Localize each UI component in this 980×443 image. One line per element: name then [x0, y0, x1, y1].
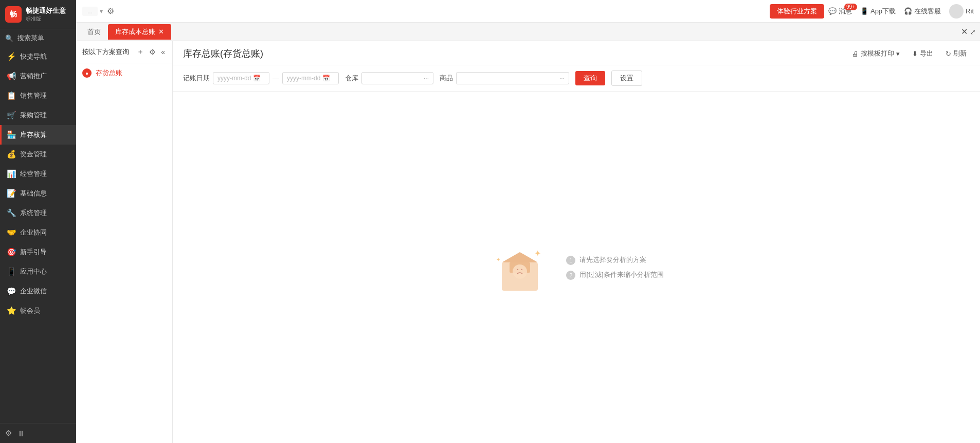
- tab-inventory-ledger[interactable]: 库存成本总账 ✕: [108, 24, 171, 40]
- online-service-item[interactable]: 🎧 在线客服: [904, 7, 941, 16]
- topbar-right: 💬 消息 99+ 📱 App下载 🎧 在线客服 Rit: [828, 4, 974, 19]
- page-title: 库存总账(存货总账): [183, 47, 263, 60]
- phone-icon: 📱: [860, 7, 868, 15]
- filter-header: 按以下方案查询 ＋ ⚙ «: [76, 41, 172, 63]
- goods-group: 商品 ···: [440, 72, 569, 84]
- empty-illustration: ✦ ✦: [489, 237, 551, 298]
- settings-button[interactable]: 设置: [611, 70, 642, 86]
- page-header-actions: 🖨 按模板打印 ▾ ⬇ 导出 ↻ 刷新: [849, 47, 970, 60]
- sidebar-item-enterprise[interactable]: 🤝 企业协同: [0, 223, 76, 242]
- date-label: 记账日期: [183, 74, 210, 83]
- date-start-input[interactable]: yyyy-mm-dd 📅: [213, 72, 269, 84]
- tab-close-button[interactable]: ✕: [158, 28, 164, 36]
- search-icon: 🔍: [5, 34, 13, 42]
- sidebar-item-newbie[interactable]: 🎯 新手引导: [0, 242, 76, 262]
- warehouse-more-icon[interactable]: ···: [424, 75, 429, 82]
- main-area: ... ▾ ⚙ 体验行业方案 💬 消息 99+ 📱 App下载 🎧 在线客服 R…: [76, 0, 980, 443]
- refresh-icon: ↻: [946, 50, 951, 58]
- refresh-button[interactable]: ↻ 刷新: [942, 47, 970, 60]
- breadcrumb-text: ...: [82, 7, 98, 16]
- warehouse-input[interactable]: ···: [361, 72, 433, 84]
- filter-dot-icon: ●: [82, 68, 92, 78]
- quick-nav-icon: ⚡: [7, 52, 16, 61]
- sidebar-audio-btn[interactable]: ⏸: [17, 429, 25, 438]
- date-end-input[interactable]: yyyy-mm-dd 📅: [282, 72, 339, 84]
- newbie-icon: 🎯: [7, 247, 16, 257]
- warehouse-group: 仓库 ···: [345, 72, 433, 84]
- user-area[interactable]: Rit: [949, 4, 974, 19]
- sidebar-item-funds[interactable]: 💰 资金管理: [0, 145, 76, 164]
- export-button[interactable]: ⬇ 导出: [909, 47, 936, 60]
- sidebar-item-app-center[interactable]: 📱 应用中心: [0, 262, 76, 281]
- message-badge: 99+: [844, 4, 857, 10]
- sidebar-item-purchase[interactable]: 🛒 采购管理: [0, 105, 76, 125]
- sidebar-item-system[interactable]: 🔧 系统管理: [0, 203, 76, 223]
- date-separator: —: [273, 75, 279, 82]
- empty-tip-2: 2 用[过滤]条件来缩小分析范围: [566, 270, 663, 280]
- panel-close-button[interactable]: ✕: [961, 27, 968, 37]
- sidebar-item-business[interactable]: 📊 经营管理: [0, 164, 76, 184]
- logo-icon: 畅: [5, 6, 22, 23]
- svg-text:✦: ✦: [496, 257, 500, 262]
- topbar-gear-icon[interactable]: ⚙: [105, 4, 116, 18]
- topbar: ... ▾ ⚙ 体验行业方案 💬 消息 99+ 📱 App下载 🎧 在线客服 R…: [76, 0, 980, 23]
- goods-more-icon[interactable]: ···: [559, 75, 565, 82]
- sidebar-settings-btn[interactable]: ⚙: [5, 429, 12, 438]
- filter-panel: 按以下方案查询 ＋ ⚙ « ● 存货总账: [76, 41, 173, 443]
- headset-icon: 🎧: [904, 7, 912, 15]
- breadcrumb: ... ▾ ⚙: [82, 4, 766, 18]
- goods-label: 商品: [440, 74, 453, 83]
- print-icon: 🖨: [852, 50, 859, 58]
- print-button[interactable]: 🖨 按模板打印 ▾: [849, 47, 903, 60]
- sidebar-footer: ⚙ ⏸: [0, 423, 76, 443]
- sidebar-item-quick-nav[interactable]: ⚡ 快捷导航: [0, 47, 76, 66]
- date-group: 记账日期 yyyy-mm-dd 📅 — yyyy-mm-dd 📅: [183, 72, 339, 84]
- tabbar: 首页 库存成本总账 ✕ ✕ ⤢: [76, 23, 980, 41]
- message-icon: 💬: [828, 7, 837, 15]
- membership-icon: ⭐: [7, 306, 16, 315]
- export-icon: ⬇: [912, 50, 918, 58]
- enterprise-icon: 🤝: [7, 228, 16, 237]
- sidebar-item-wechat[interactable]: 💬 企业微信: [0, 281, 76, 301]
- empty-state: ✦ ✦ 1 请先选择要分析的方案 2 用[过滤]条件来缩小分析范围: [173, 92, 980, 443]
- app-center-icon: 📱: [7, 267, 16, 276]
- app-download-item[interactable]: 📱 App下载: [860, 7, 896, 16]
- calendar-end-icon[interactable]: 📅: [322, 75, 330, 82]
- svg-marker-1: [502, 252, 538, 262]
- inventory-icon: 🏪: [7, 130, 16, 139]
- sidebar-item-marketing[interactable]: 📢 营销推广: [0, 66, 76, 86]
- svg-text:✦: ✦: [534, 249, 541, 258]
- tip-number-1: 1: [566, 256, 575, 265]
- filter-settings-button[interactable]: ⚙: [148, 47, 157, 57]
- tip-number-2: 2: [566, 271, 575, 280]
- search-button[interactable]: 查询: [575, 71, 605, 85]
- sales-icon: 📋: [7, 91, 16, 100]
- content-area: 按以下方案查询 ＋ ⚙ « ● 存货总账 库存总账(存货总账) 🖨 按模板打印 …: [76, 41, 980, 443]
- industry-solution-button[interactable]: 体验行业方案: [770, 4, 824, 19]
- sidebar: 畅 畅捷通好生意 标准版 🔍 搜索菜单 ⚡ 快捷导航 📢 营销推广 📋 销售管理…: [0, 0, 76, 443]
- tab-home[interactable]: 首页: [80, 24, 108, 40]
- search-bar: 记账日期 yyyy-mm-dd 📅 — yyyy-mm-dd 📅 仓库: [173, 65, 980, 92]
- sidebar-item-inventory[interactable]: 🏪 库存核算: [0, 125, 76, 145]
- panel-expand-button[interactable]: ⤢: [970, 27, 976, 37]
- tabbar-right: ✕ ⤢: [961, 27, 976, 37]
- filter-item-label: 存货总账: [96, 68, 122, 78]
- page-header: 库存总账(存货总账) 🖨 按模板打印 ▾ ⬇ 导出 ↻ 刷新: [173, 41, 980, 65]
- print-dropdown-icon: ▾: [896, 50, 900, 58]
- funds-icon: 💰: [7, 150, 16, 159]
- filter-collapse-button[interactable]: «: [160, 47, 166, 57]
- sidebar-item-basic-info[interactable]: 📝 基础信息: [0, 184, 76, 203]
- goods-input[interactable]: ···: [456, 72, 569, 84]
- warehouse-label: 仓库: [345, 74, 358, 83]
- calendar-start-icon[interactable]: 📅: [253, 75, 261, 82]
- breadcrumb-arrow-icon: ▾: [100, 8, 103, 15]
- system-icon: 🔧: [7, 208, 16, 218]
- filter-item-inventory-ledger[interactable]: ● 存货总账: [76, 63, 172, 83]
- svg-point-3: [513, 264, 527, 279]
- sidebar-item-membership[interactable]: ⭐ 畅会员: [0, 301, 76, 321]
- search-menu[interactable]: 🔍 搜索菜单: [0, 29, 76, 47]
- filter-add-button[interactable]: ＋: [136, 46, 145, 58]
- purchase-icon: 🛒: [7, 111, 16, 120]
- sidebar-item-sales[interactable]: 📋 销售管理: [0, 86, 76, 105]
- message-item[interactable]: 💬 消息 99+: [828, 7, 852, 16]
